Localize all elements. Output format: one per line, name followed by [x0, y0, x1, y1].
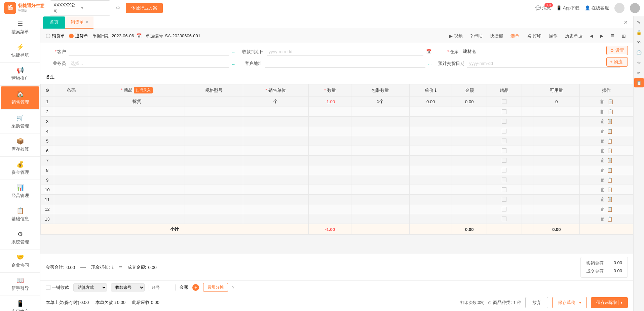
- cell-pkg-qty[interactable]: 1个: [351, 96, 410, 107]
- cell-spec[interactable]: [185, 156, 243, 165]
- rp-clock-icon[interactable]: 🕐: [634, 48, 644, 57]
- rp-active-icon[interactable]: 📋: [634, 78, 644, 87]
- cell-gift[interactable]: [487, 175, 522, 185]
- cell-product[interactable]: [89, 165, 185, 175]
- fee-split-info-icon[interactable]: ?: [232, 285, 234, 290]
- collection-due-calendar-icon[interactable]: 📅: [426, 49, 431, 54]
- copy-row-icon[interactable]: 📋: [607, 197, 613, 202]
- sidebar-item-operations[interactable]: 📊 经营管理: [0, 180, 40, 203]
- cell-pkg-qty[interactable]: [351, 165, 410, 175]
- cell-product[interactable]: [89, 204, 185, 214]
- cell-barcode[interactable]: [54, 107, 89, 117]
- cell-barcode[interactable]: [54, 185, 89, 195]
- copy-row-icon[interactable]: 📋: [607, 177, 613, 183]
- delete-row-icon[interactable]: 🗑: [600, 148, 605, 153]
- cell-unit[interactable]: [243, 107, 309, 117]
- cell-qty[interactable]: [309, 136, 351, 146]
- cell-amount[interactable]: [452, 156, 487, 165]
- cell-price[interactable]: [409, 126, 452, 136]
- customer-addr-input[interactable]: [265, 60, 426, 68]
- copy-row-icon[interactable]: 📋: [607, 167, 613, 173]
- cell-pkg-qty[interactable]: [351, 136, 410, 146]
- cell-unit[interactable]: [243, 175, 309, 185]
- cell-gift[interactable]: [487, 107, 522, 117]
- company-selector[interactable]: XXXXXX公司 ▾: [50, 0, 110, 16]
- cell-qty[interactable]: [309, 156, 351, 165]
- goods-type-radio[interactable]: ⊙: [488, 300, 492, 305]
- delete-row-icon[interactable]: 🗑: [600, 128, 605, 134]
- close-window-icon[interactable]: ✕: [621, 19, 631, 26]
- cell-amount[interactable]: [452, 107, 487, 117]
- cell-qty[interactable]: -1.00: [309, 96, 351, 107]
- radio-sale[interactable]: 销货单: [46, 33, 65, 39]
- cell-amount[interactable]: [452, 214, 487, 224]
- remarks-input[interactable]: [57, 73, 628, 81]
- expected-delivery-input[interactable]: [467, 60, 620, 68]
- cell-qty[interactable]: [309, 204, 351, 214]
- cell-product[interactable]: [89, 146, 185, 156]
- tab-sales-order[interactable]: 销货单 ×: [65, 16, 93, 29]
- cell-product[interactable]: [89, 214, 185, 224]
- cell-pkg-qty[interactable]: [351, 175, 410, 185]
- th-settings[interactable]: ⚙: [41, 84, 54, 96]
- cell-amount[interactable]: [452, 117, 487, 126]
- cell-amount[interactable]: [452, 146, 487, 156]
- salesperson-ellipsis-btn[interactable]: ...: [232, 61, 235, 66]
- cell-spec[interactable]: [185, 126, 243, 136]
- cell-unit[interactable]: 个: [243, 96, 309, 107]
- cell-amount[interactable]: [452, 126, 487, 136]
- delete-row-icon[interactable]: 🗑: [600, 177, 605, 183]
- copy-row-icon[interactable]: 📋: [608, 109, 613, 114]
- cell-spec[interactable]: [185, 165, 243, 175]
- message-btn[interactable]: 💬 消息 99+: [535, 5, 551, 11]
- cell-unit[interactable]: [243, 165, 309, 175]
- cell-product[interactable]: [89, 185, 185, 195]
- cell-qty[interactable]: [309, 214, 351, 224]
- cell-qty[interactable]: [309, 126, 351, 136]
- cell-price[interactable]: [409, 117, 452, 126]
- account-number-select[interactable]: 收款账号: [111, 283, 145, 291]
- cell-gift[interactable]: [487, 214, 522, 224]
- cell-spec[interactable]: [185, 195, 243, 204]
- cell-spec[interactable]: [185, 146, 243, 156]
- cell-unit[interactable]: [243, 156, 309, 165]
- sidebar-item-search[interactable]: ☰ 搜索菜单: [0, 16, 40, 39]
- customer-input[interactable]: [69, 48, 229, 56]
- cell-amount[interactable]: [452, 175, 487, 185]
- cell-amount[interactable]: [452, 165, 487, 175]
- cash-discount-info-icon[interactable]: ℹ: [112, 265, 114, 270]
- sidebar-item-basic[interactable]: 📋 基础信息: [0, 203, 40, 226]
- tab-home[interactable]: 首页: [43, 16, 65, 29]
- cell-spec[interactable]: [185, 185, 243, 195]
- cell-spec[interactable]: [185, 214, 243, 224]
- cell-barcode[interactable]: [54, 156, 89, 165]
- delete-row-icon[interactable]: 🗑: [600, 197, 605, 202]
- cell-qty[interactable]: [309, 165, 351, 175]
- cell-unit[interactable]: [243, 214, 309, 224]
- operation-btn[interactable]: 操作: [547, 32, 560, 40]
- cell-unit[interactable]: [243, 146, 309, 156]
- cell-amount[interactable]: 0.00: [452, 96, 487, 107]
- cell-price[interactable]: [409, 204, 452, 214]
- cell-unit[interactable]: [243, 136, 309, 146]
- delete-row-icon[interactable]: 🗑: [600, 167, 605, 173]
- save-draft-arrow[interactable]: ▾: [577, 300, 581, 305]
- cell-qty[interactable]: [309, 185, 351, 195]
- cell-spec[interactable]: [185, 175, 243, 185]
- rp-edit-icon[interactable]: ✎: [634, 17, 644, 27]
- cell-spec[interactable]: [185, 204, 243, 214]
- cell-price[interactable]: 0.00: [409, 96, 452, 107]
- cell-qty[interactable]: [309, 175, 351, 185]
- help-btn[interactable]: ? 帮助: [468, 32, 485, 40]
- cell-spec[interactable]: [185, 96, 243, 107]
- cell-qty[interactable]: [309, 117, 351, 126]
- cell-pkg-qty[interactable]: [351, 146, 410, 156]
- cell-barcode[interactable]: [54, 96, 89, 107]
- save-new-btn[interactable]: 保存&新增 ▾: [591, 297, 628, 308]
- sidebar-item-quick-nav[interactable]: ⚡ 快捷导航: [0, 39, 40, 63]
- cell-barcode[interactable]: [54, 126, 89, 136]
- delete-row-icon[interactable]: 🗑: [600, 99, 604, 104]
- cell-barcode[interactable]: [54, 136, 89, 146]
- grid-view-btn[interactable]: ⊞: [620, 33, 628, 39]
- cell-pkg-qty[interactable]: [351, 117, 410, 126]
